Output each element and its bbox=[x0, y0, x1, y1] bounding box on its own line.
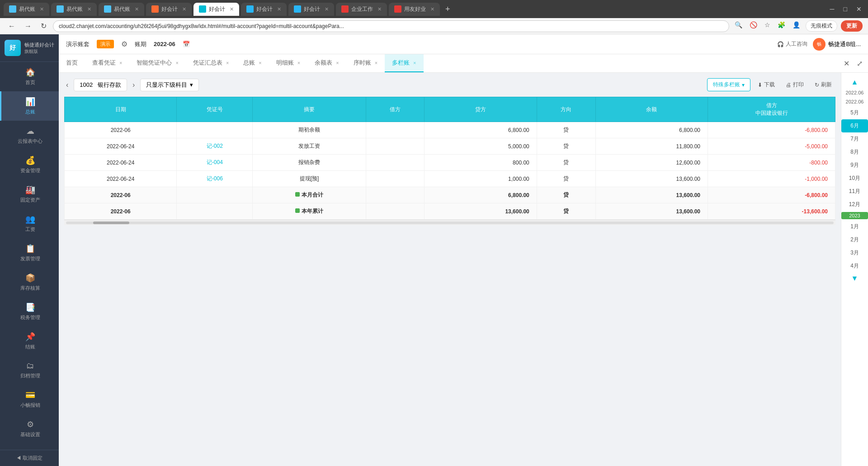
sidebar-unpin-button[interactable]: ◀ 取消固定 bbox=[0, 450, 59, 466]
cal-month-12[interactable]: 12月 bbox=[841, 198, 868, 211]
tab-close-6[interactable]: ✕ bbox=[277, 6, 281, 12]
sidebar-item-guide[interactable]: 📖 新手引导 bbox=[0, 443, 59, 450]
tab-close-journal[interactable]: × bbox=[375, 60, 377, 66]
cal-month-2023-2[interactable]: 2月 bbox=[841, 233, 868, 246]
sidebar-item-inventory[interactable]: 📦 库存核算 bbox=[0, 268, 59, 297]
account-select[interactable]: 1002 银行存款 bbox=[74, 79, 127, 91]
tab-close-5[interactable]: ✕ bbox=[230, 6, 234, 12]
cal-month-5[interactable]: 5月 bbox=[841, 106, 868, 119]
tab-home[interactable]: 首页 bbox=[59, 54, 85, 72]
sidebar-item-fixed-assets[interactable]: 🏭 固定资产 bbox=[0, 179, 59, 209]
cal-month-2023-3[interactable]: 3月 bbox=[841, 246, 868, 259]
tab-close-2[interactable]: ✕ bbox=[87, 6, 91, 12]
browser-tab-6[interactable]: 好会计 ✕ bbox=[241, 3, 287, 16]
profile-icon[interactable]: 👤 bbox=[791, 20, 802, 32]
filter-select[interactable]: 只显示下级科目 ▾ bbox=[140, 79, 199, 91]
sidebar-item-ledger[interactable]: 📊 总账 bbox=[0, 91, 59, 121]
tab-close-smart-voucher[interactable]: × bbox=[175, 60, 178, 66]
tab-close-8[interactable]: ✕ bbox=[377, 6, 382, 12]
cal-month-2023-4[interactable]: 4月 bbox=[841, 259, 868, 273]
extensions-icon[interactable]: 🧩 bbox=[776, 20, 787, 32]
cal-month-2023-1[interactable]: 1月 bbox=[841, 220, 868, 233]
forward-button[interactable]: → bbox=[22, 21, 34, 31]
close-tab-panel-button[interactable]: ✕ bbox=[842, 57, 851, 70]
browser-tab-3[interactable]: 易代账 ✕ bbox=[99, 3, 144, 16]
period-label: 账期 bbox=[135, 40, 146, 48]
tab-general-ledger[interactable]: 总账 × bbox=[236, 54, 269, 72]
cal-month-7[interactable]: 7月 bbox=[841, 132, 868, 146]
browser-tab-2[interactable]: 易代账 ✕ bbox=[51, 3, 97, 16]
sidebar-item-close[interactable]: 📌 结账 bbox=[0, 326, 59, 356]
tab-balance[interactable]: 余额表 × bbox=[307, 54, 346, 72]
tab-smart-voucher[interactable]: 智能凭证中心 × bbox=[129, 54, 185, 72]
setting-icon[interactable]: ⚙ bbox=[121, 40, 127, 48]
expand-tab-panel-button[interactable]: ⤢ bbox=[855, 57, 864, 70]
close-button[interactable]: ✕ bbox=[854, 5, 864, 14]
user-button[interactable]: 畅 畅捷通B组... bbox=[813, 38, 861, 51]
maximize-button[interactable]: □ bbox=[841, 5, 850, 14]
block-icon[interactable]: 🚫 bbox=[748, 20, 759, 32]
tab-close-voucher-summary[interactable]: × bbox=[226, 60, 229, 66]
browser-tab-1[interactable]: 易代账 ✕ bbox=[4, 3, 49, 16]
print-button[interactable]: 🖨 打印 bbox=[782, 79, 807, 91]
service-button[interactable]: 🎧 人工咨询 bbox=[777, 40, 807, 48]
new-tab-button[interactable]: + bbox=[442, 3, 454, 16]
tab-close-4[interactable]: ✕ bbox=[182, 6, 186, 12]
browser-tab-5[interactable]: 好会计 ✕ bbox=[193, 3, 239, 16]
app-container: 好 畅捷通好会计 旗舰版 🏠 首页 📊 总账 ☁ 云报表中心 💰 资金管理 bbox=[0, 34, 868, 466]
minimize-button[interactable]: ─ bbox=[827, 5, 837, 14]
refresh-button[interactable]: ↻ 刷新 bbox=[811, 79, 835, 91]
tab-close-9[interactable]: ✕ bbox=[430, 6, 434, 12]
tab-close-3[interactable]: ✕ bbox=[135, 6, 139, 12]
tab-journal[interactable]: 序时账 × bbox=[346, 54, 385, 72]
sidebar-item-home[interactable]: 🏠 首页 bbox=[0, 62, 59, 91]
prev-account-button[interactable]: ‹ bbox=[64, 79, 70, 91]
cal-month-9[interactable]: 9月 bbox=[841, 159, 868, 172]
tab-close-view-voucher[interactable]: × bbox=[119, 60, 122, 66]
sidebar-item-archive[interactable]: 🗂 归档管理 bbox=[0, 356, 59, 385]
sidebar-item-funds[interactable]: 💰 资金管理 bbox=[0, 150, 59, 179]
star-icon[interactable]: ☆ bbox=[763, 20, 772, 32]
sidebar-item-payroll[interactable]: 👥 工资 bbox=[0, 209, 59, 238]
search-icon[interactable]: 🔍 bbox=[733, 20, 744, 32]
back-button[interactable]: ← bbox=[5, 21, 18, 31]
tab-detail-ledger[interactable]: 明细账 × bbox=[269, 54, 307, 72]
calendar-icon[interactable]: 📅 bbox=[183, 41, 190, 47]
tab-view-voucher[interactable]: 查看凭证 × bbox=[85, 54, 129, 72]
horizontal-scrollbar[interactable] bbox=[64, 220, 835, 225]
address-input[interactable] bbox=[53, 20, 729, 32]
update-button[interactable]: 更新 bbox=[841, 20, 863, 32]
tab-close-multi-column[interactable]: × bbox=[413, 60, 416, 66]
reload-button[interactable]: ↻ bbox=[38, 21, 49, 31]
cal-month-10[interactable]: 10月 bbox=[841, 172, 868, 185]
scroll-thumb[interactable] bbox=[93, 221, 129, 224]
sidebar-item-expense[interactable]: 💳 小畅报销 bbox=[0, 385, 59, 414]
cell-voucher[interactable]: 记-004 bbox=[177, 155, 253, 171]
cell-voucher[interactable]: 记-006 bbox=[177, 171, 253, 187]
tab-multi-column[interactable]: 多栏账 × bbox=[385, 54, 423, 72]
sidebar-item-invoice[interactable]: 📋 发票管理 bbox=[0, 238, 59, 268]
cal-month-6[interactable]: 6月 bbox=[841, 119, 868, 132]
calendar-scroll-up[interactable]: ▲ bbox=[849, 76, 860, 88]
cal-month-8[interactable]: 8月 bbox=[841, 146, 868, 159]
special-multi-column-button[interactable]: 特殊多栏账 ▾ bbox=[707, 78, 750, 91]
tab-close-7[interactable]: ✕ bbox=[325, 6, 329, 12]
tab-voucher-summary[interactable]: 凭证汇总表 × bbox=[186, 54, 236, 72]
tab-close-1[interactable]: ✕ bbox=[40, 6, 44, 12]
sidebar-item-settings[interactable]: ⚙ 基础设置 bbox=[0, 414, 59, 443]
next-account-button[interactable]: › bbox=[131, 79, 137, 91]
browser-tab-8[interactable]: 企业工作 ✕ bbox=[336, 3, 387, 16]
browser-tab-4[interactable]: 好会计 ✕ bbox=[146, 3, 192, 16]
download-button[interactable]: ⬇ 下载 bbox=[754, 79, 778, 91]
cell-voucher[interactable]: 记-002 bbox=[177, 138, 253, 155]
browser-tab-7[interactable]: 好会计 ✕ bbox=[288, 3, 334, 16]
tab-close-balance[interactable]: × bbox=[336, 60, 339, 66]
tab-close-detail-ledger[interactable]: × bbox=[297, 60, 300, 66]
cal-month-11[interactable]: 11月 bbox=[841, 185, 868, 198]
stealth-button[interactable]: 无痕模式 bbox=[806, 20, 837, 32]
sidebar-item-cloud-report[interactable]: ☁ 云报表中心 bbox=[0, 121, 59, 150]
tab-close-general-ledger[interactable]: × bbox=[259, 60, 261, 66]
sidebar-item-tax[interactable]: 📑 税务管理 bbox=[0, 297, 59, 326]
browser-tab-9[interactable]: 用友好业 ✕ bbox=[389, 3, 440, 16]
calendar-scroll-down[interactable]: ▼ bbox=[849, 273, 860, 284]
